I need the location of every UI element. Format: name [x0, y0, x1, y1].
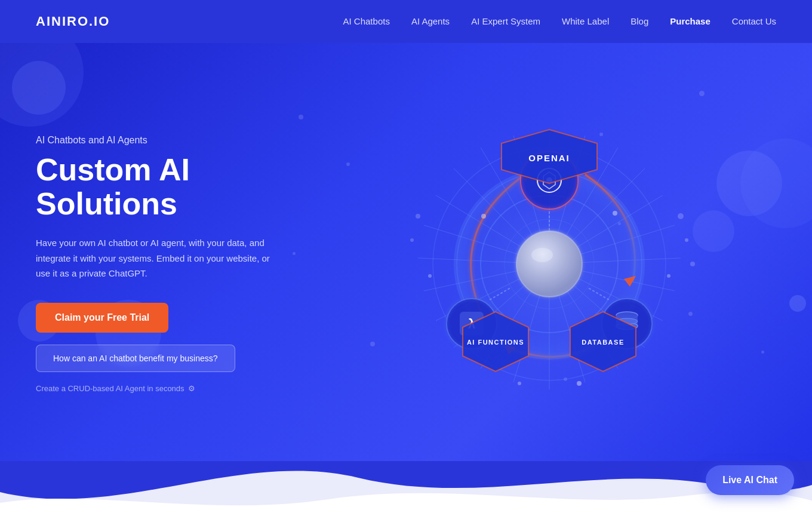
navbar: AINIRO.IO AI Chatbots AI Agents AI Exper…	[0, 0, 812, 43]
svg-point-53	[667, 274, 670, 278]
svg-point-61	[410, 238, 414, 242]
svg-point-51	[481, 214, 486, 219]
hero-section: AI Chatbots and AI Agents Custom AI Solu…	[0, 43, 812, 461]
svg-point-54	[428, 274, 432, 278]
cta-secondary-button[interactable]: How can an AI chatbot benefit my busines…	[36, 345, 235, 372]
wave-section	[0, 461, 812, 513]
diagram-container: λ	[376, 97, 722, 431]
nav-item-blog[interactable]: Blog	[630, 16, 648, 27]
svg-text:OPENAI: OPENAI	[528, 153, 570, 163]
nav-item-contact[interactable]: Contact Us	[732, 16, 776, 27]
svg-point-57	[678, 213, 684, 219]
hero-left: AI Chatbots and AI Agents Custom AI Solu…	[36, 135, 322, 393]
svg-point-55	[577, 381, 582, 386]
deco-circle-1	[12, 61, 66, 115]
nav-links: AI Chatbots AI Agents AI Expert System W…	[343, 16, 776, 27]
svg-text:AI FUNCTIONS: AI FUNCTIONS	[467, 339, 524, 346]
svg-point-52	[613, 211, 617, 216]
hero-subtitle: AI Chatbots and AI Agents	[36, 135, 322, 146]
svg-point-56	[518, 382, 521, 385]
svg-point-60	[416, 214, 420, 219]
logo[interactable]: AINIRO.IO	[36, 14, 110, 29]
svg-point-59	[690, 262, 695, 266]
gear-icon: ⚙	[188, 384, 195, 393]
hero-link[interactable]: Create a CRUD-based AI Agent in seconds …	[36, 384, 322, 393]
nav-item-chatbots[interactable]: AI Chatbots	[343, 16, 390, 27]
nav-item-agents[interactable]: AI Agents	[411, 16, 450, 27]
hero-link-text: Create a CRUD-based AI Agent in seconds	[36, 384, 184, 393]
svg-point-50	[531, 248, 553, 262]
nav-item-expert[interactable]: AI Expert System	[471, 16, 540, 27]
svg-point-58	[685, 238, 688, 242]
deco-circle-bottom-right	[789, 295, 806, 312]
svg-text:DATABASE: DATABASE	[582, 339, 624, 346]
hero-title: Custom AI Solutions	[36, 153, 322, 221]
bg-dot	[299, 115, 303, 119]
cta-primary-button[interactable]: Claim your Free Trial	[36, 303, 168, 333]
hero-description: Have your own AI chatbot or AI agent, wi…	[36, 235, 287, 281]
nav-item-whitelabel[interactable]: White Label	[562, 16, 609, 27]
live-chat-button[interactable]: Live AI Chat	[706, 465, 794, 495]
diagram-svg: λ	[376, 97, 722, 431]
nav-item-purchase[interactable]: Purchase	[670, 16, 710, 27]
wave-svg	[0, 461, 812, 513]
hero-right: λ	[322, 85, 776, 443]
